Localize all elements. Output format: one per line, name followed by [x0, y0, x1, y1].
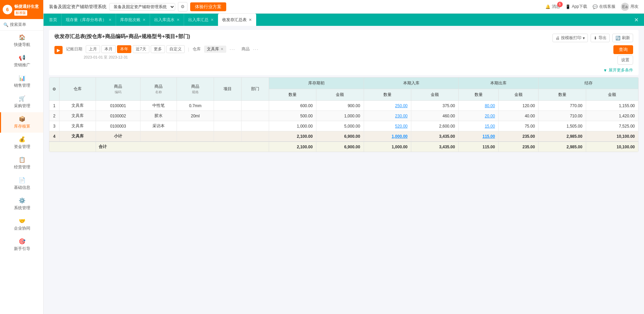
cell-in-qty[interactable]: 250.00	[364, 101, 411, 111]
logo-text: 畅捷通好生意 标准版	[14, 4, 39, 16]
query-button[interactable]: 查询	[613, 45, 633, 54]
cell-opening-qty: 500.00	[269, 111, 316, 121]
cell-closing-qty: 1,505.00	[539, 121, 586, 131]
top-bar-left: 装备及固定资产辅助管理系统 装备及固定资产辅助管理系统 ⚙ 体验行业方案	[49, 2, 226, 12]
sidebar-item-enterprise[interactable]: 🤝 企业协同	[0, 214, 43, 235]
warehouse-tag-close[interactable]: ✕	[220, 47, 224, 51]
tab-close-inventory-dist[interactable]: ✕	[109, 18, 112, 22]
online-service[interactable]: 💬 在线客服	[593, 4, 615, 10]
sidebar-item-sales[interactable]: 📊 销售管理	[0, 71, 43, 92]
tab-home[interactable]: 首页	[45, 14, 62, 26]
cell-subtotal-in-qty[interactable]: 1,000.00	[364, 131, 411, 142]
cell-goods-code: 0100003	[96, 121, 141, 131]
sidebar-item-system[interactable]: ⚙️ 系统管理	[0, 194, 43, 214]
date-divider: |	[188, 47, 189, 52]
cell-in-qty[interactable]: 230.00	[364, 111, 411, 121]
th-department: 部门	[241, 78, 269, 101]
cell-no: 2	[49, 111, 60, 121]
sidebar-search[interactable]: 🔍 搜索菜单	[0, 19, 43, 31]
top-bar: 装备及固定资产辅助管理系统 装备及固定资产辅助管理系统 ⚙ 体验行业方案 🔔 消…	[44, 0, 644, 14]
refresh-icon: 🔄	[615, 36, 621, 40]
th-goods-spec: 商品规格	[177, 78, 214, 101]
cell-subtotal-out-amt: 235.00	[498, 131, 539, 142]
cell-opening-amt: 1,000.00	[316, 111, 364, 121]
th-goods-name: 商品名称	[140, 78, 177, 101]
tab-in-out-flow[interactable]: 出入库流水 ✕	[150, 14, 184, 26]
total-in-qty: 1,000.00	[364, 142, 411, 152]
experience-button[interactable]: 体验行业方案	[190, 2, 226, 11]
tab-batch-account[interactable]: 库存批次账 ✕	[116, 14, 150, 26]
date-btn-this-year[interactable]: 本年	[117, 45, 131, 53]
cell-department	[241, 111, 269, 121]
date-btn-custom[interactable]: 自定义	[166, 45, 185, 53]
inventory-icon: 📦	[19, 116, 26, 122]
th-goods-code: 商品编码	[96, 78, 141, 101]
tab-close-in-out-flow[interactable]: ✕	[177, 18, 180, 22]
tab-close-batch-account[interactable]: ✕	[143, 18, 146, 22]
notification-area[interactable]: 🔔 消息 6	[545, 4, 560, 10]
th-settings[interactable]: ⚙	[49, 78, 60, 101]
print-button[interactable]: 🖨 按模板打印 ▾	[552, 34, 588, 42]
cell-subtotal-closing-amt: 10,100.00	[586, 131, 638, 142]
goods-more[interactable]: ···	[253, 47, 259, 52]
sidebar-item-finance[interactable]: 💰 资金管理	[0, 133, 43, 153]
cell-in-qty[interactable]: 520.00	[364, 121, 411, 131]
app-download[interactable]: 📱 App下载	[565, 4, 587, 10]
warehouse-more[interactable]: ···	[230, 47, 235, 52]
sidebar-item-marketing[interactable]: 📢 营销推广	[0, 51, 43, 71]
sidebar-logo: 6 畅捷通好生意 标准版	[0, 0, 43, 19]
sidebar-item-operations[interactable]: 📋 经营管理	[0, 153, 43, 173]
cell-closing-amt: 7,525.00	[586, 121, 638, 131]
phone-icon: 📱	[565, 4, 571, 9]
tab-recv-send-summary[interactable]: 收发存汇总表 ✕	[218, 14, 256, 26]
date-btn-last-month[interactable]: 上月	[86, 45, 100, 53]
th-out-qty: 数量	[459, 89, 499, 101]
total-label: 合计	[96, 142, 269, 152]
date-label: 记账日期	[66, 46, 82, 52]
sidebar-item-newbie[interactable]: 🎯 新手引导	[0, 235, 43, 255]
tabs-close-all[interactable]: ✕	[630, 17, 643, 23]
cell-department	[241, 101, 269, 111]
cell-out-qty[interactable]: 80.00	[459, 101, 499, 111]
user-area[interactable]: Ea 用友	[621, 3, 639, 11]
filter-toggle[interactable]: ▶	[54, 46, 63, 54]
settings-icon-btn[interactable]: ⚙	[178, 2, 187, 12]
total-opening-qty: 2,100.00	[269, 142, 316, 152]
data-table: ⚙ 仓库 商品编码 商品名称 商品规格 项目 部门 库存期初 本期入库 本期出库…	[49, 77, 639, 152]
cell-subtotal-in-amt: 3,435.00	[411, 131, 459, 142]
system-selector[interactable]: 装备及固定资产辅助管理系统	[109, 3, 175, 11]
cell-out-qty[interactable]: 15.00	[459, 121, 499, 131]
total-row: 合计 2,100.00 6,900.00 1,000.00 3,435.00 1…	[49, 142, 639, 152]
table-row: 2 文具库 0100002 胶水 20ml 500.00 1,000.00 23…	[49, 111, 639, 121]
total-out-qty: 115.00	[459, 142, 499, 152]
cell-goods-spec	[177, 121, 214, 131]
sidebar-item-basic-info[interactable]: 📄 基础信息	[0, 173, 43, 194]
tab-close-in-out-summary[interactable]: ✕	[211, 18, 214, 22]
th-out-group: 本期出库	[459, 78, 539, 89]
sidebar-item-purchase[interactable]: 🛒 采购管理	[0, 92, 43, 112]
system-icon: ⚙️	[19, 197, 26, 204]
filter-settings-button[interactable]: 设置	[617, 55, 633, 65]
date-btn-more[interactable]: 更多	[151, 45, 165, 53]
total-closing-amt: 10,100.00	[586, 142, 638, 152]
cell-goods-name: 中性笔	[140, 101, 177, 111]
sidebar-item-quick-nav[interactable]: 🏠 快捷导航	[0, 31, 43, 51]
cell-out-amt: 40.00	[498, 111, 539, 121]
cell-subtotal-out-qty[interactable]: 115.00	[459, 131, 499, 142]
cell-out-qty[interactable]: 20.00	[459, 111, 499, 121]
finance-icon: 💰	[19, 136, 26, 143]
date-btn-7days[interactable]: 近7天	[133, 45, 149, 53]
sidebar-item-inventory[interactable]: 📦 库存核算	[0, 112, 43, 133]
tab-in-out-summary[interactable]: 出入库汇总 ✕	[184, 14, 218, 26]
cell-goods-code: 0100001	[96, 101, 141, 111]
th-in-group: 本期入库	[364, 78, 459, 89]
refresh-button[interactable]: 🔄 刷新	[612, 34, 633, 42]
notification-count: 6	[557, 2, 563, 7]
tab-inventory-dist[interactable]: 现存量（库存分布表） ✕	[62, 14, 116, 26]
date-btn-this-month[interactable]: 本月	[101, 45, 116, 53]
tab-close-recv-send-summary[interactable]: ✕	[249, 18, 252, 22]
export-button[interactable]: ⬇ 导出	[591, 34, 610, 42]
tabs-bar: 首页 现存量（库存分布表） ✕ 库存批次账 ✕ 出入库流水 ✕ 出入库汇总 ✕ …	[44, 14, 644, 26]
th-closing-group: 结存	[539, 78, 639, 89]
expand-more-btn[interactable]: ▼ 展开更多条件	[603, 67, 633, 73]
